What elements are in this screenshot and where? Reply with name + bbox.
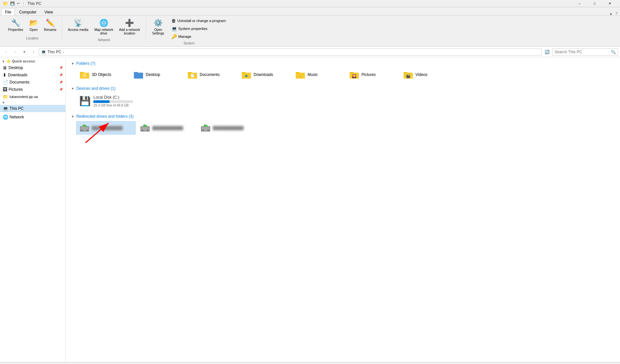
path-segment-thispc[interactable]: This PC [47, 50, 62, 54]
sidebar-item-network-share[interactable]: 📁 lukanovtest.pp.ua [0, 93, 65, 100]
sidebar-pictures-label: Pictures [9, 87, 23, 92]
devices-grid: 💾 Local Disk (C:) 29.3 GB free of 49.9 G… [71, 93, 615, 109]
pictures-pin: 📌 [59, 88, 63, 91]
quickaccess-label: ⭐ Quick access [6, 59, 35, 63]
sidebar-item-desktop[interactable]: 🖥 Desktop 📌 [0, 64, 65, 71]
quick-access-icon: 📁 [3, 1, 8, 6]
large-icons-view-button[interactable] [603, 363, 609, 364]
map-network-icon: 🌐 [99, 19, 108, 27]
redirected-grid: ████████████ ████████████ [71, 121, 615, 134]
downloads-icon: ⬇ [3, 72, 7, 78]
redirected-label-2: ████████████ [152, 126, 183, 130]
folder-item-videos[interactable]: 🎬 Videos [400, 68, 453, 81]
tab-view[interactable]: View [41, 8, 57, 15]
map-network-drive-button[interactable]: 🌐 Map networkdrive [92, 17, 115, 37]
redirected-label-3: ████████████ [213, 126, 244, 130]
folder-item-downloads[interactable]: Downloads [238, 68, 291, 81]
search-box: 🔍 [552, 48, 618, 56]
folder-item-documents[interactable]: 📄 Documents [184, 68, 237, 81]
sidebar-item-thispc[interactable]: 💻 This PC [0, 105, 65, 112]
svg-point-34 [202, 130, 204, 131]
close-button[interactable]: ✕ [602, 0, 617, 7]
3dobjects-label: 3D Objects [92, 72, 111, 77]
redirected-section-title: Redirected drives and folders (3) [76, 114, 134, 119]
svg-point-23 [87, 130, 88, 131]
recent-button[interactable]: ▼ [20, 48, 28, 56]
folder-item-3dobjects[interactable]: 3D Objects [76, 68, 129, 81]
path-arrow: › [63, 50, 64, 54]
back-button[interactable]: ‹ [2, 48, 10, 56]
help-button[interactable]: ? [615, 12, 620, 15]
disk-bar [93, 100, 110, 103]
redirected-label-1: ████████████ [92, 126, 123, 130]
redirected-item-3[interactable]: ████████████ [197, 121, 257, 134]
uninstall-button[interactable]: 🗑 Uninstall or change a program [169, 17, 228, 24]
thispc-icon: 💻 [3, 106, 8, 111]
ribbon-group-location: 🔧 Properties 📂 Open ✏️ Rename Location [3, 17, 62, 40]
sidebar-item-documents[interactable]: 📄 Documents 📌 [0, 79, 65, 86]
title-bar-controls: – □ ✕ [572, 0, 617, 7]
content-area: ▼ Folders (7) 3D Objects [66, 57, 620, 362]
ribbon-content: 🔧 Properties 📂 Open ✏️ Rename Location 📡 [0, 16, 620, 46]
disk-space: 29.3 GB free of 49.9 GB [93, 104, 139, 107]
redirected-item-1[interactable]: ████████████ [76, 121, 136, 134]
manage-button[interactable]: 🔑 Manage [169, 33, 228, 40]
access-media-button[interactable]: 📡 Access media [65, 17, 90, 33]
title-bar: 📁 💾 ↩ | This PC – □ ✕ [0, 0, 620, 7]
status-bar: 11 items [0, 362, 620, 364]
open-button[interactable]: 📂 Open [27, 17, 40, 33]
folders-section-title: Folders (7) [76, 61, 95, 66]
folders-collapse-arrow[interactable]: ▼ [71, 62, 74, 65]
svg-rect-4 [134, 72, 138, 73]
sidebar-downloads-label: Downloads [8, 73, 27, 77]
undo-icon: ↩ [17, 1, 20, 6]
add-network-location-button[interactable]: ➕ Add a networklocation [117, 17, 142, 37]
sidebar-section-thispc[interactable]: ▼ [0, 100, 65, 105]
svg-rect-1 [80, 72, 84, 73]
local-disk-item[interactable]: 💾 Local Disk (C:) 29.3 GB free of 49.9 G… [76, 93, 142, 109]
desktop-icon: 🖥 [3, 65, 7, 70]
maximize-button[interactable]: □ [587, 0, 602, 7]
tab-computer[interactable]: Computer [15, 8, 40, 15]
folder-item-pictures[interactable]: 🌄 Pictures [346, 68, 399, 81]
rename-icon: ✏️ [46, 19, 55, 27]
svg-rect-6 [188, 72, 192, 73]
tab-file[interactable]: File [1, 8, 15, 15]
sidebar-item-downloads[interactable]: ⬇ Downloads 📌 [0, 71, 65, 79]
details-view-button[interactable] [611, 363, 617, 364]
redirected-item-2[interactable]: ████████████ [137, 121, 196, 134]
properties-button[interactable]: 🔧 Properties [6, 17, 26, 33]
forward-button[interactable]: › [11, 48, 19, 56]
documents-pin: 📌 [59, 81, 63, 84]
redirected-icon-1 [79, 123, 90, 133]
folder-item-music[interactable]: ♪ Music [292, 68, 345, 81]
sidebar-item-network[interactable]: 🌐 Network [0, 113, 65, 121]
svg-rect-31 [144, 124, 145, 126]
system-properties-button[interactable]: 💻 System properties [169, 25, 228, 32]
folder-item-desktop[interactable]: Desktop [130, 68, 183, 81]
downloads-folder-label: Downloads [254, 72, 273, 77]
up-button[interactable]: ↑ [30, 48, 37, 56]
rename-button[interactable]: ✏️ Rename [42, 17, 59, 33]
refresh-button[interactable]: 🔄 [543, 48, 551, 56]
svg-rect-18 [404, 72, 408, 73]
ribbon-collapse[interactable]: ▲ [609, 12, 615, 15]
minimize-button[interactable]: – [572, 0, 587, 7]
redirected-collapse-arrow[interactable]: ▼ [71, 115, 74, 118]
network-share-icon: 📁 [3, 94, 8, 99]
address-path[interactable]: 💻 This PC › [39, 48, 542, 56]
documents-icon: 📄 [3, 80, 8, 85]
ribbon: File Computer View ▲ ? 🔧 Properties 📂 Op… [0, 7, 620, 47]
system-buttons-container: ⚙️ OpenSettings 🗑 Uninstall or change a … [150, 17, 228, 40]
desktop-folder-label: Desktop [146, 72, 160, 77]
svg-point-28 [142, 130, 143, 131]
svg-point-29 [147, 130, 148, 131]
redirected-section-header: ▼ Redirected drives and folders (3) [71, 114, 615, 119]
sidebar-section-quickaccess[interactable]: ▼ ⭐ Quick access [0, 59, 65, 64]
devices-collapse-arrow[interactable]: ▼ [71, 87, 74, 90]
sidebar-item-pictures[interactable]: 🖼 Pictures 📌 [0, 86, 65, 93]
open-settings-button[interactable]: ⚙️ OpenSettings [150, 17, 166, 40]
folders-section-header: ▼ Folders (7) [71, 61, 615, 66]
search-input[interactable] [555, 50, 609, 54]
sidebar-thispc-label: This PC [10, 106, 24, 111]
